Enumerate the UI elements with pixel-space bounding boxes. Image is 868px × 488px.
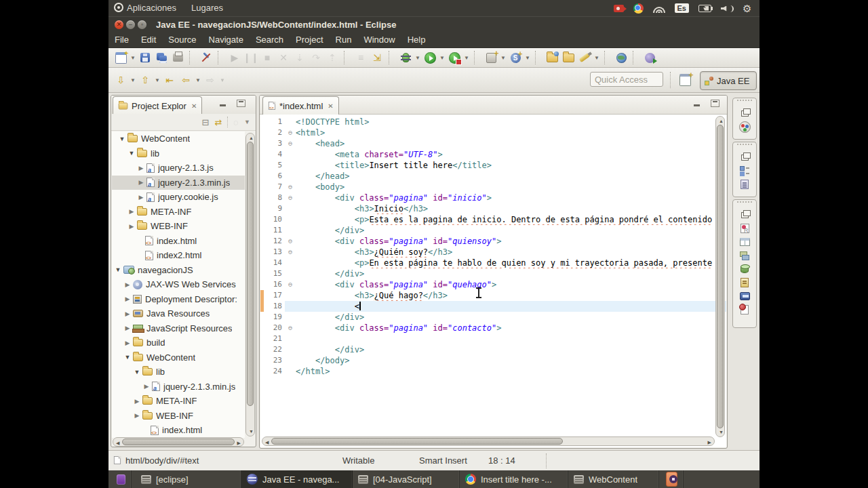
fold-marker-icon[interactable]: ⊖ — [285, 127, 296, 138]
data-source-explorer-view-button[interactable] — [738, 263, 751, 275]
open-perspective-button[interactable] — [677, 73, 693, 87]
tree-item[interactable]: ▶WEB-INF — [112, 219, 245, 234]
task-webcontent-folder[interactable]: WebContent — [568, 470, 659, 488]
fold-marker-icon[interactable]: ⊖ — [285, 236, 296, 247]
code-line[interactable]: 22 </div> — [260, 344, 726, 355]
new-wizard-dropdown[interactable]: ▼ — [129, 50, 137, 65]
quick-access-input[interactable] — [590, 72, 663, 87]
coverage-dropdown[interactable]: ▼ — [462, 50, 471, 65]
editor-vertical-scrollbar[interactable]: ▲ ▼ — [715, 116, 725, 437]
code-line[interactable]: 21 — [260, 333, 726, 344]
debug-dropdown[interactable]: ▼ — [414, 50, 422, 65]
markers-view-button[interactable] — [738, 222, 751, 235]
code-line[interactable]: 10 <p>Esta es la pagina de inicio. Dentr… — [260, 214, 726, 225]
format-brush-button[interactable] — [576, 50, 593, 65]
internal-web-browser-button[interactable] — [613, 50, 629, 65]
code-line[interactable]: 8⊖ <div class="pagina" id="inicio"> — [260, 192, 726, 203]
collapse-arrow-icon[interactable]: ▶ — [124, 340, 131, 346]
code-line[interactable]: 14 <p>En esta página te hablo de quien s… — [260, 258, 726, 268]
import-archive-button[interactable] — [544, 50, 560, 65]
external-tools-button[interactable] — [642, 50, 658, 65]
tree-item[interactable]: ▶jquery-2.1.3.min.js — [112, 176, 245, 190]
use-step-filters-button[interactable]: ≡ — [353, 50, 369, 65]
new-wizard-button[interactable] — [113, 50, 129, 65]
menu-navigate[interactable]: Navigate — [203, 33, 250, 47]
places-menu[interactable]: Lugares — [191, 3, 223, 13]
project-explorer-minimize-button[interactable] — [220, 100, 229, 107]
disconnect-button[interactable]: ✕ — [275, 50, 292, 65]
tree-item[interactable]: ▼WebContent — [112, 131, 245, 146]
tree-item[interactable]: ▶WEB-INF — [112, 409, 245, 424]
editor-tab-index-html[interactable]: *index.html ✕ — [262, 96, 339, 115]
coverage-button[interactable] — [446, 50, 462, 65]
tree-item[interactable]: ▶Deployment Descriptor: — [112, 292, 245, 307]
collapse-arrow-icon[interactable]: ▶ — [138, 179, 144, 186]
tree-item[interactable]: ▶JavaScript Resources — [112, 321, 245, 336]
applications-menu[interactable]: Aplicaciones — [127, 3, 176, 13]
focus-on-active-task-icon[interactable]: ◌ — [233, 118, 239, 127]
save-all-button[interactable] — [153, 50, 170, 65]
fold-marker-icon[interactable]: ⊖ — [285, 247, 296, 258]
code-line[interactable]: 7⊖ <body> — [260, 182, 726, 192]
documentation-view-button[interactable] — [738, 178, 751, 190]
console-view-button[interactable] — [738, 290, 751, 302]
code-line[interactable]: 18 < — [260, 301, 726, 312]
project-explorer-maximize-button[interactable] — [237, 100, 245, 107]
expand-arrow-icon[interactable]: ▼ — [115, 266, 121, 273]
palette-view-button[interactable] — [738, 121, 751, 133]
project-explorer-close-icon[interactable]: ✕ — [191, 102, 197, 110]
collapse-arrow-icon[interactable]: ▶ — [124, 325, 131, 331]
previous-annotation-button[interactable]: ⇧ — [137, 73, 153, 87]
keyboard-layout-indicator[interactable]: Es — [675, 3, 689, 13]
tree-item[interactable]: index.html — [112, 423, 245, 438]
last-edit-location-button[interactable]: ⇤ — [161, 73, 178, 87]
collapse-arrow-icon[interactable]: ▶ — [138, 165, 144, 171]
collapse-arrow-icon[interactable]: ▶ — [128, 208, 135, 215]
new-server-dropdown[interactable]: ▼ — [524, 50, 532, 65]
code-line[interactable]: 2⊖<html> — [260, 127, 726, 138]
editor-body[interactable]: 1<!DOCTYPE html>2⊖<html>3⊖ <head>4 <meta… — [260, 115, 726, 447]
drop-to-frame-button[interactable]: ⇲ — [369, 50, 385, 65]
run-dropdown[interactable]: ▼ — [438, 50, 446, 65]
window-minimize-button[interactable]: – — [126, 20, 135, 29]
back-dropdown[interactable]: ▼ — [194, 73, 202, 87]
fold-marker-icon[interactable]: ⊖ — [285, 192, 296, 203]
expand-arrow-icon[interactable]: ▼ — [119, 136, 125, 142]
code-line[interactable]: 1<!DOCTYPE html> — [260, 117, 726, 127]
code-line[interactable]: 20⊖ <div class="pagina" id="contacto"> — [260, 323, 726, 333]
tree-item[interactable]: ▼lib — [112, 146, 245, 161]
tree-item[interactable]: ▶jquery-2.1.3.min.js — [112, 380, 245, 394]
tree-item[interactable]: ▶META-INF — [112, 394, 245, 409]
terminate-button[interactable]: ■ — [259, 50, 275, 65]
code-line[interactable]: 24</html> — [260, 366, 726, 377]
window-maximize-button[interactable]: ▫ — [138, 20, 146, 29]
drag-handle[interactable] — [737, 144, 752, 150]
step-return-button[interactable]: ⇡ — [324, 50, 340, 65]
save-button[interactable] — [137, 50, 153, 65]
step-over-button[interactable]: ↷ — [308, 50, 324, 65]
forward-button[interactable]: ⇨ — [202, 73, 218, 87]
wifi-icon[interactable] — [653, 4, 665, 13]
collapse-arrow-icon[interactable]: ▶ — [124, 296, 131, 302]
expand-arrow-icon[interactable]: ▼ — [124, 354, 131, 361]
code-line[interactable]: 12⊖ <div class="pagina" id="quiensoy"> — [260, 236, 726, 247]
collapse-arrow-icon[interactable]: ▶ — [124, 310, 131, 317]
editor-tab-close-icon[interactable]: ✕ — [328, 102, 333, 110]
collapse-arrow-icon[interactable]: ▶ — [128, 223, 135, 230]
tree-item[interactable]: ▼lib — [112, 365, 245, 380]
tree-item[interactable]: ▶META-INF — [112, 205, 245, 220]
distro-logo-icon[interactable] — [114, 3, 123, 12]
project-tree-vertical-scrollbar[interactable]: ▲ ▼ — [245, 133, 255, 436]
editor-minimize-button[interactable] — [694, 100, 703, 107]
suspend-button[interactable]: ❙❙ — [243, 50, 259, 65]
collapse-arrow-icon[interactable]: ▶ — [138, 194, 144, 201]
back-button[interactable]: ⇦ — [178, 73, 194, 87]
task-chrome-window[interactable]: Insert title here -... — [460, 470, 568, 488]
expand-arrow-icon[interactable]: ▼ — [134, 369, 140, 375]
collapse-arrow-icon[interactable]: ▶ — [134, 398, 140, 405]
expand-arrow-icon[interactable]: ▼ — [128, 150, 135, 157]
restore-view-button[interactable] — [738, 107, 751, 119]
link-with-editor-icon[interactable]: ⇄ — [214, 118, 222, 127]
code-line[interactable]: 23 </body> — [260, 355, 726, 366]
menu-search[interactable]: Search — [250, 33, 290, 47]
